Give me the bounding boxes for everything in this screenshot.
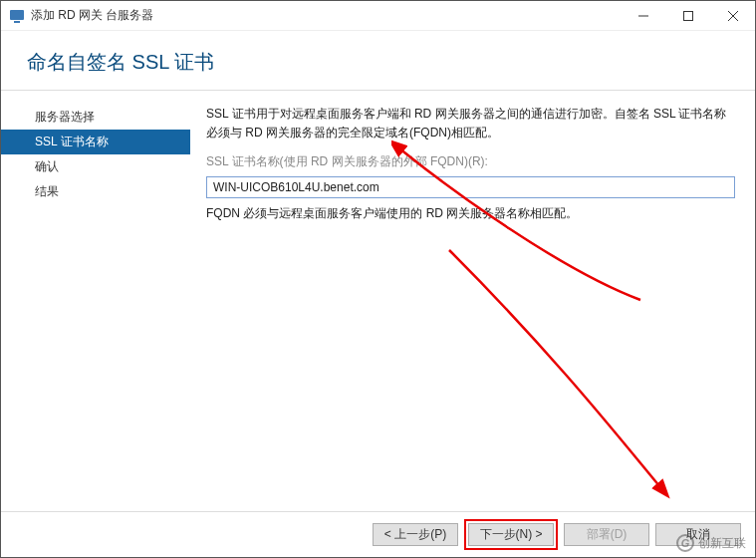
sidebar-item-server-select[interactable]: 服务器选择 xyxy=(1,105,190,130)
wizard-content: SSL 证书用于对远程桌面服务客户端和 RD 网关服务器之间的通信进行加密。自签… xyxy=(190,91,755,511)
page-title: 命名自签名 SSL 证书 xyxy=(27,49,735,76)
titlebar: 添加 RD 网关 台服务器 xyxy=(1,1,755,31)
sidebar-item-confirm[interactable]: 确认 xyxy=(1,154,190,179)
next-button[interactable]: 下一步(N) > xyxy=(468,523,554,546)
wizard-window: 添加 RD 网关 台服务器 命名自签名 SSL 证书 服务器选择 SSL 证书名… xyxy=(0,0,756,558)
sidebar-item-ssl-cert[interactable]: SSL 证书名称 xyxy=(1,130,190,154)
svg-rect-1 xyxy=(14,21,20,23)
fqdn-hint: FQDN 必须与远程桌面服务客户端使用的 RD 网关服务器名称相匹配。 xyxy=(206,204,735,223)
maximize-button[interactable] xyxy=(665,1,710,30)
wizard-body: 服务器选择 SSL 证书名称 确认 结果 SSL 证书用于对远程桌面服务客户端和… xyxy=(1,91,755,511)
deploy-button[interactable]: 部署(D) xyxy=(564,523,649,546)
sidebar-item-result[interactable]: 结果 xyxy=(1,179,190,204)
page-header: 命名自签名 SSL 证书 xyxy=(1,31,755,91)
description-text: SSL 证书用于对远程桌面服务客户端和 RD 网关服务器之间的通信进行加密。自签… xyxy=(206,105,735,142)
wizard-footer: < 上一步(P) 下一步(N) > 部署(D) 取消 xyxy=(1,511,755,557)
annotation-arrow-next xyxy=(439,240,698,499)
cert-name-input[interactable] xyxy=(206,176,735,198)
window-title: 添加 RD 网关 台服务器 xyxy=(31,7,621,24)
close-button[interactable] xyxy=(710,1,755,30)
cert-field-label: SSL 证书名称(使用 RD 网关服务器的外部 FQDN)(R): xyxy=(206,152,735,171)
app-icon xyxy=(9,8,25,24)
minimize-button[interactable] xyxy=(621,1,665,30)
svg-rect-3 xyxy=(683,11,692,20)
wizard-sidebar: 服务器选择 SSL 证书名称 确认 结果 xyxy=(1,91,190,511)
cancel-button[interactable]: 取消 xyxy=(655,523,741,546)
next-button-highlight: 下一步(N) > xyxy=(464,519,558,550)
prev-button[interactable]: < 上一步(P) xyxy=(373,523,458,546)
svg-rect-0 xyxy=(10,10,24,20)
window-controls xyxy=(621,1,755,30)
